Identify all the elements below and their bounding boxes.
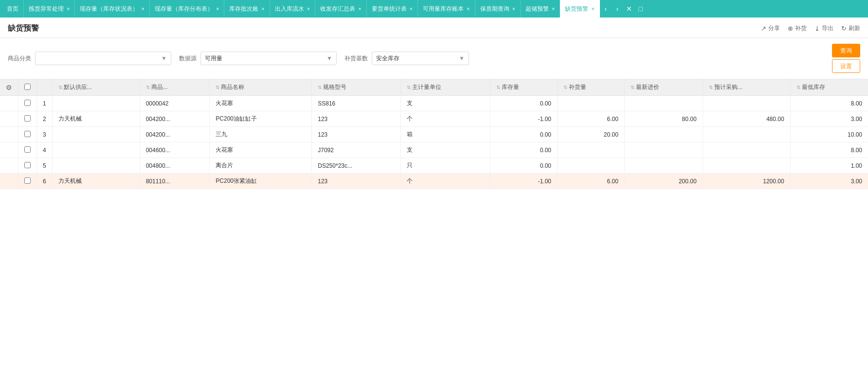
replenish-base-select[interactable]: 安全库存 ▼: [372, 52, 469, 65]
table-row: 4 004600... 火花塞 J7092 支 0.00 8.00: [0, 142, 868, 158]
tab-expiry[interactable]: 保质期查询 ×: [475, 0, 521, 18]
row-checkbox-4[interactable]: [24, 162, 31, 168]
tab-bar: 首页 拣货异常处理 × 现存量（库存状况表） × 现存量（库存分布表） × 库存…: [0, 0, 868, 18]
tab-collect-summary-close[interactable]: ×: [358, 6, 361, 12]
tab-available-ledger[interactable]: 可用量库存账本 ×: [418, 0, 475, 18]
row-min-stock-2: 10.00: [790, 127, 868, 142]
tab-shortage-close[interactable]: ×: [591, 6, 594, 12]
table-body: 1 0000042 火花塞 SS816 支 0.00 8.00 2 力天机械 0…: [0, 96, 868, 189]
tab-batch-account[interactable]: 库存批次账 ×: [224, 0, 270, 18]
query-button[interactable]: 查询: [832, 44, 860, 57]
tab-overstock[interactable]: 超储预警 ×: [521, 0, 560, 18]
row-checkbox-cell-4: [18, 158, 37, 174]
row-est-purchase-5: 1200.00: [703, 174, 790, 189]
category-select[interactable]: ▼: [35, 52, 171, 65]
page-content: 缺货预警 ↗ 分享 ⊕ 补货 ⤓ 导出 ↻ 刷新 商品分类: [0, 18, 868, 387]
datasource-select-value: 可用量: [205, 54, 326, 63]
settings-button[interactable]: 设置: [832, 59, 860, 73]
tab-inventory-status[interactable]: 现存量（库存状况表） ×: [75, 0, 149, 18]
tab-prev-btn[interactable]: ‹: [600, 0, 612, 18]
row-checkbox-cell-0: [18, 96, 37, 111]
tab-shortage[interactable]: 缺货预警 ×: [560, 0, 599, 18]
row-gear-3: [0, 142, 18, 158]
datasource-label: 数据源: [179, 54, 197, 63]
tab-expiry-close[interactable]: ×: [512, 6, 515, 12]
col-row-num: [37, 79, 53, 96]
row-min-stock-0: 8.00: [790, 96, 868, 111]
column-settings-icon[interactable]: ⚙: [6, 84, 12, 91]
row-replenish-qty-5: 6.00: [558, 174, 625, 189]
row-gear-0: [0, 96, 18, 111]
sort-supplier-icon[interactable]: ⇅: [58, 85, 62, 90]
replenish-base-select-arrow: ▼: [459, 55, 465, 62]
tab-home[interactable]: 首页: [2, 0, 24, 18]
share-button[interactable]: ↗ 分享: [761, 24, 780, 33]
tab-restore-btn[interactable]: ✕: [623, 0, 635, 18]
row-est-purchase-0: [703, 96, 790, 111]
sort-min-stock-icon[interactable]: ⇅: [796, 85, 800, 90]
sort-est-purchase-icon[interactable]: ⇅: [709, 85, 713, 90]
datasource-select[interactable]: 可用量 ▼: [200, 52, 337, 65]
row-num-3: 4: [37, 142, 53, 158]
export-button[interactable]: ⤓ 导出: [814, 24, 833, 33]
tab-in-out-flow[interactable]: 出入库流水 ×: [270, 0, 315, 18]
row-min-stock-1: 3.00: [790, 111, 868, 127]
replenish-button[interactable]: ⊕ 补货: [788, 24, 807, 33]
row-stock-qty-1: -1.00: [490, 111, 558, 127]
tab-inventory-dist-close[interactable]: ×: [216, 6, 219, 12]
sort-stock-qty-icon[interactable]: ⇅: [496, 85, 500, 90]
row-checkbox-3[interactable]: [24, 146, 31, 153]
tab-order-stats[interactable]: 要货单统计表 ×: [367, 0, 418, 18]
tab-maximize-btn[interactable]: □: [635, 0, 647, 18]
row-est-purchase-1: 480.00: [703, 111, 790, 127]
col-unit: ⇅ 主计量单位: [401, 79, 490, 96]
row-goods-name-4: 离合片: [210, 158, 312, 174]
tab-collect-summary[interactable]: 收发存汇总表 ×: [315, 0, 366, 18]
refresh-button[interactable]: ↻ 刷新: [841, 24, 860, 33]
sort-replenish-qty-icon[interactable]: ⇅: [563, 85, 567, 90]
row-checkbox-cell-1: [18, 111, 37, 127]
tab-inventory-dist[interactable]: 现存量（库存分布表） ×: [150, 0, 224, 18]
row-gear-1: [0, 111, 18, 127]
col-replenish-qty: ⇅ 补货量: [558, 79, 625, 96]
row-spec-2: 123: [312, 127, 401, 142]
tab-overstock-close[interactable]: ×: [552, 6, 555, 12]
row-gear-5: [0, 174, 18, 189]
datasource-filter-group: 数据源 可用量 ▼: [179, 52, 337, 65]
tab-inventory-status-close[interactable]: ×: [141, 6, 144, 12]
row-num-5: 6: [37, 174, 53, 189]
row-checkbox-5[interactable]: [24, 177, 31, 184]
sort-goods-code-icon[interactable]: ⇅: [146, 85, 150, 90]
row-goods-code-0: 0000042: [140, 96, 210, 111]
row-unit-5: 个: [401, 174, 490, 189]
replenish-icon: ⊕: [788, 25, 793, 32]
row-latest-price-0: [624, 96, 703, 111]
datasource-select-arrow: ▼: [326, 55, 332, 62]
export-icon: ⤓: [814, 25, 820, 32]
tab-exception-close[interactable]: ×: [67, 6, 70, 12]
row-gear-4: [0, 158, 18, 174]
row-stock-qty-4: 0.00: [490, 158, 558, 174]
select-all-checkbox[interactable]: [24, 84, 31, 90]
row-replenish-qty-2: 20.00: [558, 127, 625, 142]
tab-order-stats-close[interactable]: ×: [410, 6, 413, 12]
tab-in-out-flow-close[interactable]: ×: [307, 6, 310, 12]
refresh-icon: ↻: [841, 25, 847, 32]
col-spec: ⇅ 规格型号: [312, 79, 401, 96]
row-goods-name-3: 火花塞: [210, 142, 312, 158]
tab-available-ledger-close[interactable]: ×: [467, 6, 470, 12]
sort-unit-icon[interactable]: ⇅: [407, 85, 411, 90]
tab-exception[interactable]: 拣货异常处理 ×: [24, 0, 75, 18]
row-est-purchase-4: [703, 158, 790, 174]
row-checkbox-2[interactable]: [24, 131, 31, 137]
sort-goods-name-icon[interactable]: ⇅: [216, 85, 219, 90]
sort-spec-icon[interactable]: ⇅: [318, 85, 322, 90]
tab-batch-account-close[interactable]: ×: [261, 6, 264, 12]
row-goods-name-5: PC200张紧油缸: [210, 174, 312, 189]
row-checkbox-0[interactable]: [24, 100, 31, 106]
row-est-purchase-2: [703, 127, 790, 142]
sort-latest-price-icon[interactable]: ⇅: [631, 85, 634, 90]
row-unit-3: 支: [401, 142, 490, 158]
row-checkbox-1[interactable]: [24, 115, 31, 122]
tab-next-btn[interactable]: ›: [612, 0, 623, 18]
